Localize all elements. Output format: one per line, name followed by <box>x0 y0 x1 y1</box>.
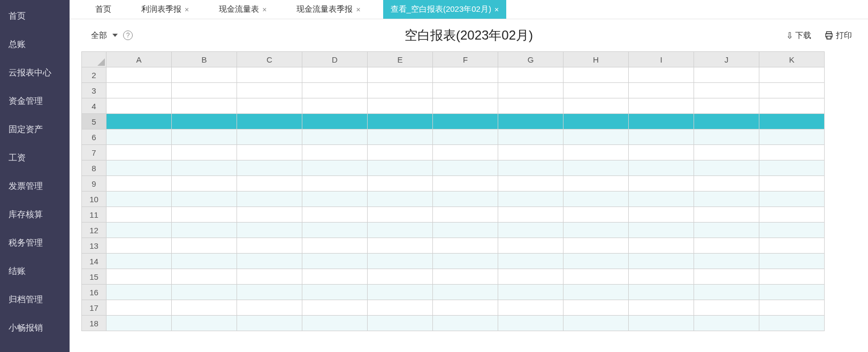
cell[interactable] <box>694 207 759 223</box>
cell[interactable] <box>106 223 172 238</box>
cell[interactable] <box>498 269 564 285</box>
cell[interactable] <box>302 98 368 114</box>
cell[interactable] <box>302 145 368 160</box>
cell[interactable] <box>237 160 302 176</box>
row-header[interactable]: 4 <box>82 98 106 114</box>
cell[interactable] <box>498 285 564 300</box>
sidebar-item-closing[interactable]: 结账 <box>0 257 70 286</box>
cell[interactable] <box>106 145 172 160</box>
cell[interactable] <box>237 207 302 223</box>
row-header[interactable]: 16 <box>82 285 106 300</box>
tab[interactable]: 现金流量表季报× <box>289 0 368 19</box>
cell[interactable] <box>629 300 694 316</box>
column-header[interactable]: B <box>172 52 237 67</box>
cell[interactable] <box>106 207 172 223</box>
column-header[interactable]: G <box>498 52 564 67</box>
cell[interactable] <box>564 83 629 98</box>
cell[interactable] <box>564 114 629 129</box>
cell[interactable] <box>106 316 172 331</box>
cell[interactable] <box>237 114 302 129</box>
cell[interactable] <box>564 285 629 300</box>
row-header[interactable]: 7 <box>82 145 106 160</box>
cell[interactable] <box>106 285 172 300</box>
cell[interactable] <box>629 238 694 254</box>
tab[interactable]: 现金流量表× <box>211 0 274 19</box>
cell[interactable] <box>694 238 759 254</box>
cell[interactable] <box>172 285 237 300</box>
cell[interactable] <box>237 192 302 207</box>
cell[interactable] <box>694 67 759 83</box>
cell[interactable] <box>564 269 629 285</box>
cell[interactable] <box>106 192 172 207</box>
sheet-corner[interactable] <box>82 52 106 67</box>
cell[interactable] <box>498 316 564 331</box>
cell[interactable] <box>433 160 498 176</box>
cell[interactable] <box>629 67 694 83</box>
cell[interactable] <box>237 316 302 331</box>
cell[interactable] <box>172 67 237 83</box>
cell[interactable] <box>368 160 433 176</box>
row-header[interactable]: 18 <box>82 316 106 331</box>
cell[interactable] <box>564 207 629 223</box>
sidebar-item-cloud-report[interactable]: 云报表中心 <box>0 59 70 87</box>
cell[interactable] <box>302 285 368 300</box>
cell[interactable] <box>433 238 498 254</box>
cell[interactable] <box>694 129 759 145</box>
cell[interactable] <box>498 207 564 223</box>
cell[interactable] <box>694 316 759 331</box>
cell[interactable] <box>237 145 302 160</box>
cell[interactable] <box>237 300 302 316</box>
cell[interactable] <box>368 316 433 331</box>
row-header[interactable]: 2 <box>82 67 106 83</box>
cell[interactable] <box>498 192 564 207</box>
cell[interactable] <box>564 176 629 192</box>
cell[interactable] <box>759 223 825 238</box>
cell[interactable] <box>172 254 237 269</box>
close-icon[interactable]: × <box>356 5 360 14</box>
close-icon[interactable]: × <box>185 5 189 14</box>
cell[interactable] <box>106 67 172 83</box>
cell[interactable] <box>106 114 172 129</box>
cell[interactable] <box>498 114 564 129</box>
cell[interactable] <box>629 192 694 207</box>
row-header[interactable]: 14 <box>82 254 106 269</box>
help-icon[interactable]: ? <box>123 30 133 40</box>
row-header[interactable]: 9 <box>82 176 106 192</box>
cell[interactable] <box>433 285 498 300</box>
cell[interactable] <box>759 300 825 316</box>
cell[interactable] <box>629 129 694 145</box>
cell[interactable] <box>629 176 694 192</box>
cell[interactable] <box>564 238 629 254</box>
cell[interactable] <box>694 269 759 285</box>
cell[interactable] <box>694 114 759 129</box>
cell[interactable] <box>498 67 564 83</box>
cell[interactable] <box>368 145 433 160</box>
cell[interactable] <box>172 98 237 114</box>
cell[interactable] <box>302 254 368 269</box>
cell[interactable] <box>237 129 302 145</box>
cell[interactable] <box>172 316 237 331</box>
cell[interactable] <box>629 254 694 269</box>
sidebar-item-reimburse[interactable]: 小畅报销 <box>0 314 70 342</box>
sidebar-item-inventory[interactable]: 库存核算 <box>0 201 70 229</box>
cell[interactable] <box>564 129 629 145</box>
cell[interactable] <box>302 114 368 129</box>
cell[interactable] <box>629 207 694 223</box>
row-header[interactable]: 6 <box>82 129 106 145</box>
cell[interactable] <box>433 114 498 129</box>
cell[interactable] <box>237 67 302 83</box>
cell[interactable] <box>237 223 302 238</box>
cell[interactable] <box>302 83 368 98</box>
cell[interactable] <box>694 145 759 160</box>
cell[interactable] <box>498 83 564 98</box>
cell[interactable] <box>237 238 302 254</box>
cell[interactable] <box>302 300 368 316</box>
cell[interactable] <box>302 160 368 176</box>
cell[interactable] <box>694 98 759 114</box>
cell[interactable] <box>302 238 368 254</box>
cell[interactable] <box>433 207 498 223</box>
cell[interactable] <box>629 269 694 285</box>
cell[interactable] <box>759 285 825 300</box>
cell[interactable] <box>237 83 302 98</box>
cell[interactable] <box>172 223 237 238</box>
